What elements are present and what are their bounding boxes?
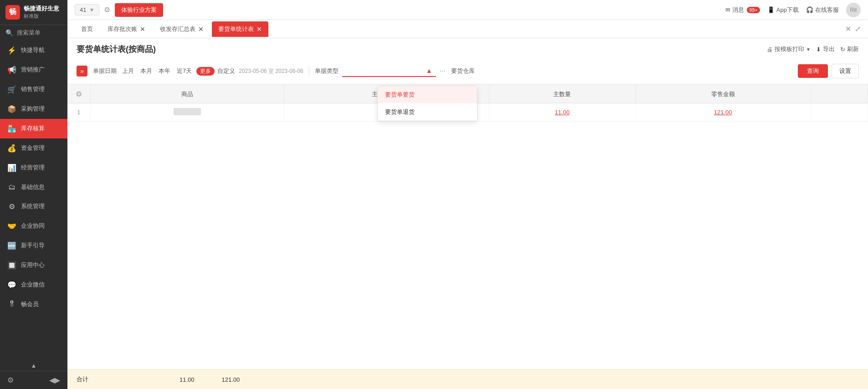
sidebar-item-basic[interactable]: 🗂 基础信息 bbox=[0, 178, 67, 197]
product-cell bbox=[90, 103, 284, 122]
avatar[interactable]: Rit bbox=[846, 3, 861, 17]
sidebar-item-label: 基础信息 bbox=[21, 183, 45, 191]
sidebar-item-label: 销售管理 bbox=[21, 85, 45, 93]
page-title: 要货单统计表(按商品) bbox=[77, 44, 156, 55]
phone-icon: 📱 bbox=[767, 6, 775, 13]
sidebar-item-appstore[interactable]: 🔲 应用中心 bbox=[0, 256, 67, 275]
quantity-cell[interactable]: 11.00 bbox=[489, 103, 635, 122]
doc-type-filter-group: 单据类型 ▲ ··· bbox=[315, 65, 446, 77]
last-7-days-shortcut[interactable]: 近7天 bbox=[175, 66, 194, 76]
row-number: 1 bbox=[67, 103, 90, 122]
sidebar-scroll-up[interactable]: ▲ bbox=[0, 360, 67, 371]
headset-icon: 🎧 bbox=[806, 6, 813, 13]
column-extra bbox=[811, 85, 868, 103]
sidebar: 畅 畅捷通好生意 标准版 🔍 搜索菜单 ⚡ 快捷导航 📢 营销推广 🛒 销售管理… bbox=[0, 0, 67, 389]
filter-expand-button[interactable]: » bbox=[77, 66, 87, 77]
basic-icon: 🗂 bbox=[7, 183, 16, 191]
sidebar-item-label: 畅会员 bbox=[21, 300, 39, 308]
doc-type-dropdown: 要货单要货 要货单退货 bbox=[377, 86, 478, 121]
sidebar-item-purchase[interactable]: 📦 采购管理 bbox=[0, 99, 67, 119]
topbar-right: ✉ 消息 99+ 📱 App下载 🎧 在线客服 Rit bbox=[725, 3, 861, 17]
messages-button[interactable]: ✉ 消息 99+ bbox=[725, 6, 760, 14]
warehouse-label: 要货仓库 bbox=[451, 67, 475, 75]
sidebar-nav: ⚡ 快捷导航 📢 营销推广 🛒 销售管理 📦 采购管理 🏪 库存核算 💰 资金管… bbox=[0, 41, 67, 360]
system-icon: ⚙ bbox=[7, 202, 16, 211]
topbar-gear-icon[interactable]: ⚙ bbox=[104, 5, 110, 14]
footer-total-label: 合计 bbox=[77, 375, 88, 384]
tab-receivable-summary[interactable]: 收发存汇总表 ✕ bbox=[154, 21, 210, 37]
purchase-icon: 📦 bbox=[7, 105, 16, 113]
main-content: 41 ▼ ⚙ 体验行业方案 ✉ 消息 99+ 📱 App下载 🎧 在线客服 Ri… bbox=[67, 0, 868, 389]
dropdown-item-requisition-return-label: 要货单退货 bbox=[385, 108, 415, 115]
app-download-button[interactable]: 📱 App下载 bbox=[767, 6, 799, 14]
sidebar-item-guide[interactable]: 🆕 新手引导 bbox=[0, 236, 67, 256]
column-quantity: 主数量 bbox=[489, 85, 635, 103]
enterprise-icon: 🤝 bbox=[7, 222, 16, 230]
sidebar-item-quick-nav[interactable]: ⚡ 快捷导航 bbox=[0, 41, 67, 60]
doc-type-input[interactable] bbox=[346, 67, 422, 74]
export-button[interactable]: ⬇ 导出 bbox=[816, 45, 835, 53]
operation-icon: 📊 bbox=[7, 164, 16, 172]
tab-home[interactable]: 首页 bbox=[75, 21, 99, 37]
dropdown-item-requisition-order[interactable]: 要货单要货 bbox=[378, 86, 477, 103]
query-button[interactable]: 查询 bbox=[798, 64, 828, 78]
doc-type-chevron-up-icon[interactable]: ▲ bbox=[426, 67, 432, 74]
print-icon: 🖨 bbox=[767, 46, 773, 53]
search-menu-item[interactable]: 🔍 搜索菜单 bbox=[0, 25, 67, 41]
refresh-button[interactable]: ↻ 刷新 bbox=[840, 45, 859, 53]
column-settings-gear-icon[interactable]: ⚙ bbox=[76, 90, 82, 98]
tab-inventory-batch[interactable]: 库存批次账 ✕ bbox=[101, 21, 152, 37]
sidebar-item-system[interactable]: ⚙ 系统管理 bbox=[0, 197, 67, 216]
settings-button[interactable]: 设置 bbox=[832, 64, 859, 78]
this-month-shortcut[interactable]: 本月 bbox=[139, 66, 154, 76]
date-range-text: 2023-05-06 至 2023-06-06 bbox=[239, 67, 303, 75]
tab-receivable-summary-close[interactable]: ✕ bbox=[198, 26, 204, 33]
sales-icon: 🛒 bbox=[7, 85, 16, 94]
tab-requisition-summary[interactable]: 要货单统计表 ✕ bbox=[212, 21, 268, 37]
sidebar-item-sales[interactable]: 🛒 销售管理 bbox=[0, 80, 67, 99]
trial-button[interactable]: 体验行业方案 bbox=[115, 3, 163, 17]
sidebar-item-member[interactable]: 🎖 畅会员 bbox=[0, 295, 67, 314]
settings-icon[interactable]: ⚙ bbox=[7, 376, 14, 384]
collapse-icon[interactable]: ◀▶ bbox=[49, 376, 60, 384]
online-service-button[interactable]: 🎧 在线客服 bbox=[806, 6, 839, 14]
inventory-icon: 🏪 bbox=[7, 124, 16, 133]
tab-close-all-icon[interactable]: ✕ bbox=[845, 25, 851, 33]
amount-cell[interactable]: 121.00 bbox=[635, 103, 811, 122]
sidebar-item-operation[interactable]: 📊 经营管理 bbox=[0, 158, 67, 178]
print-chevron-icon: ▼ bbox=[806, 47, 811, 52]
sidebar-item-label: 营销推广 bbox=[21, 66, 45, 74]
table-container: ⚙ 商品 主计量单位 主数量 零售金额 1 块 11.00 1 bbox=[67, 85, 868, 369]
sidebar-item-enterprise[interactable]: 🤝 企业协同 bbox=[0, 216, 67, 236]
filter-more-button[interactable]: ··· bbox=[440, 67, 446, 75]
wechat-icon: 💬 bbox=[7, 281, 16, 289]
tab-inventory-batch-label: 库存批次账 bbox=[108, 25, 137, 33]
tabs-right: ✕ ⤢ bbox=[845, 25, 861, 33]
workspace-chevron-icon: ▼ bbox=[89, 7, 94, 13]
tab-expand-icon[interactable]: ⤢ bbox=[855, 25, 861, 33]
page-header: 要货单统计表(按商品) 🖨 按模板打印 ▼ ⬇ 导出 ↻ 刷新 bbox=[67, 38, 868, 58]
topbar: 41 ▼ ⚙ 体验行业方案 ✉ 消息 99+ 📱 App下载 🎧 在线客服 Ri… bbox=[67, 0, 868, 20]
tab-inventory-batch-close[interactable]: ✕ bbox=[140, 26, 145, 33]
page-actions: 🖨 按模板打印 ▼ ⬇ 导出 ↻ 刷新 bbox=[767, 45, 859, 53]
sidebar-item-finance[interactable]: 💰 资金管理 bbox=[0, 138, 67, 158]
more-dates-badge[interactable]: 更多 bbox=[196, 67, 215, 76]
sidebar-item-inventory[interactable]: 🏪 库存核算 bbox=[0, 119, 67, 138]
sidebar-item-label: 系统管理 bbox=[21, 202, 45, 210]
this-year-shortcut[interactable]: 本年 bbox=[157, 66, 172, 76]
custom-date-button[interactable]: 自定义 bbox=[217, 67, 235, 75]
last-month-shortcut[interactable]: 上月 bbox=[120, 66, 136, 76]
dropdown-item-requisition-return[interactable]: 要货单退货 bbox=[378, 103, 477, 121]
sidebar-item-marketing[interactable]: 📢 营销推广 bbox=[0, 60, 67, 80]
export-icon: ⬇ bbox=[816, 46, 821, 53]
search-icon: 🔍 bbox=[5, 29, 13, 36]
product-placeholder bbox=[174, 108, 201, 115]
workspace-selector[interactable]: 41 ▼ bbox=[75, 4, 99, 15]
sidebar-item-wechat[interactable]: 💬 企业微信 bbox=[0, 275, 67, 295]
dropdown-item-requisition-order-label: 要货单要货 bbox=[385, 91, 415, 98]
doc-type-select[interactable]: ▲ bbox=[342, 65, 436, 77]
doc-type-label: 单据类型 bbox=[315, 67, 339, 75]
print-template-button[interactable]: 🖨 按模板打印 ▼ bbox=[767, 45, 811, 53]
tab-requisition-summary-close[interactable]: ✕ bbox=[257, 26, 262, 33]
filter-actions: 查询 设置 bbox=[798, 64, 859, 78]
